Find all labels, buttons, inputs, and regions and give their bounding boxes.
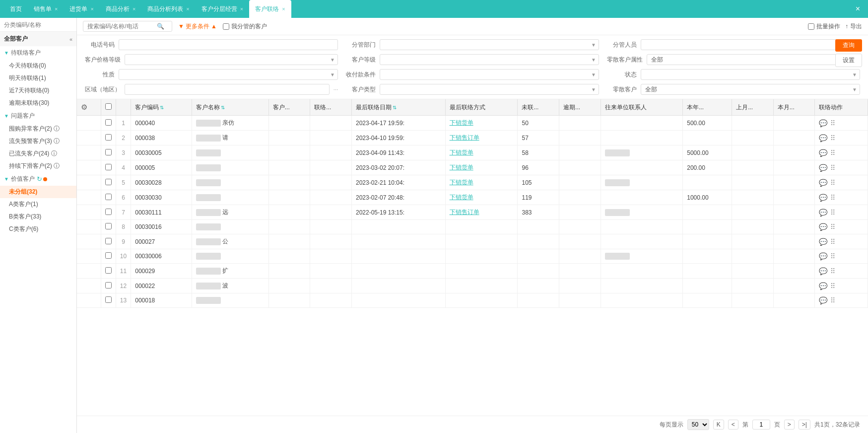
- settings-col-header[interactable]: ⚙: [77, 99, 101, 116]
- check-cell[interactable]: [101, 279, 116, 293]
- chat-icon[interactable]: 💬: [819, 296, 827, 304]
- chat-icon[interactable]: 💬: [819, 179, 827, 187]
- export-button[interactable]: ↑ 导出: [845, 22, 862, 31]
- contact-way-link[interactable]: 下销货单: [450, 149, 473, 156]
- contact-way-link[interactable]: 下销售订单: [450, 134, 479, 141]
- nav-tab-purchase[interactable]: 进货单 ×: [64, 0, 99, 18]
- batch-op-check[interactable]: [808, 23, 814, 30]
- chat-icon[interactable]: 💬: [819, 149, 827, 157]
- grid-icon[interactable]: ⠿: [830, 179, 835, 187]
- row-checkbox[interactable]: [105, 296, 112, 303]
- name-col-header[interactable]: 客户名称⇅: [192, 99, 269, 116]
- grid-icon[interactable]: ⠿: [830, 296, 835, 304]
- refresh-icon[interactable]: ↻: [37, 175, 42, 183]
- row-checkbox[interactable]: [105, 282, 112, 289]
- row-checkbox[interactable]: [105, 119, 112, 126]
- grid-icon[interactable]: ⠿: [830, 267, 835, 275]
- row-checkbox[interactable]: [105, 209, 112, 215]
- sidebar-item-churned[interactable]: 已流失客户(24) ⓘ: [0, 147, 76, 160]
- sidebar-item-hoarding[interactable]: 囤购异常客户(2) ⓘ: [0, 123, 76, 135]
- code-col-header[interactable]: 客户编码⇅: [131, 99, 192, 116]
- sidebar-item-tomorrow[interactable]: 明天待联络(1): [0, 72, 76, 84]
- row-checkbox[interactable]: [105, 267, 112, 274]
- search-input[interactable]: [87, 23, 157, 30]
- contact-way-link[interactable]: 下销货单: [450, 119, 473, 126]
- chat-icon[interactable]: 💬: [819, 164, 827, 172]
- region-more-icon[interactable]: ···: [334, 86, 338, 92]
- contact-way-link[interactable]: 下销货单: [450, 164, 473, 171]
- nav-tab-customer-segment[interactable]: 客户分层经营 ×: [196, 0, 249, 18]
- chat-icon[interactable]: 💬: [819, 119, 827, 127]
- payment-select[interactable]: [380, 69, 599, 80]
- last-date-col-header[interactable]: 最后联络日期⇅: [351, 99, 445, 116]
- check-cell[interactable]: [101, 190, 116, 205]
- check-cell[interactable]: [101, 116, 116, 131]
- chat-icon[interactable]: 💬: [819, 194, 827, 202]
- chat-icon[interactable]: 💬: [819, 238, 827, 246]
- row-checkbox[interactable]: [105, 164, 112, 170]
- page-size-select[interactable]: 50: [687, 419, 709, 430]
- chat-icon[interactable]: 💬: [819, 223, 827, 231]
- contact-way-link[interactable]: 下销售订单: [450, 209, 479, 216]
- person-input[interactable]: [641, 39, 852, 50]
- sidebar-item-class-c[interactable]: C类客户(6): [0, 223, 76, 235]
- chat-icon[interactable]: 💬: [819, 282, 827, 290]
- sidebar-item-churn-warning[interactable]: 流失预警客户(3) ⓘ: [0, 135, 76, 147]
- close-product-analysis-tab-icon[interactable]: ×: [133, 6, 135, 12]
- row-checkbox[interactable]: [105, 252, 112, 259]
- sidebar-item-declining[interactable]: 持续下滑客户(2) ⓘ: [0, 160, 76, 172]
- check-cell[interactable]: [101, 205, 116, 220]
- my-customers-check[interactable]: [223, 23, 229, 30]
- grid-icon[interactable]: ⠿: [830, 209, 835, 216]
- sidebar-search-input[interactable]: [4, 21, 77, 28]
- row-checkbox[interactable]: [105, 194, 112, 200]
- next-page-button[interactable]: >: [784, 420, 795, 430]
- retail-customer-select[interactable]: 全部: [641, 84, 860, 95]
- phone-input[interactable]: [119, 39, 338, 50]
- check-cell[interactable]: [101, 249, 116, 264]
- check-cell[interactable]: [101, 293, 116, 308]
- collapse-sidebar-icon[interactable]: «: [69, 36, 72, 42]
- check-cell[interactable]: [101, 145, 116, 160]
- more-conditions-button[interactable]: ▼ 更多条件 ▲: [178, 22, 217, 31]
- reset-button[interactable]: 设置: [835, 54, 862, 67]
- sidebar-group-problem[interactable]: ▼ 问题客户: [0, 109, 76, 123]
- region-input[interactable]: [125, 84, 330, 95]
- check-cell[interactable]: [101, 175, 116, 190]
- check-cell[interactable]: [101, 160, 116, 175]
- dept-select[interactable]: [380, 39, 599, 50]
- contact-way-link[interactable]: 下销货单: [450, 194, 473, 201]
- row-checkbox[interactable]: [105, 149, 112, 155]
- all-customers-header[interactable]: 全部客户 «: [0, 32, 76, 46]
- sidebar-item-class-b[interactable]: B类客户(33): [0, 211, 76, 223]
- first-page-button[interactable]: K: [713, 420, 724, 430]
- nature-select[interactable]: [119, 69, 338, 80]
- row-checkbox[interactable]: [105, 179, 112, 185]
- row-checkbox[interactable]: [105, 238, 112, 244]
- page-number-input[interactable]: [752, 420, 770, 430]
- close-all-tabs-button[interactable]: ×: [852, 4, 864, 13]
- close-purchase-tab-icon[interactable]: ×: [90, 6, 93, 12]
- grid-icon[interactable]: ⠿: [830, 149, 835, 157]
- nav-tab-home[interactable]: 首页: [4, 0, 28, 18]
- batch-op-button[interactable]: 批量操作: [808, 22, 840, 31]
- sidebar-item-7days[interactable]: 近7天待联络(0): [0, 84, 76, 97]
- nav-tab-customer-contact[interactable]: 客户联络 ×: [249, 0, 291, 18]
- grid-icon[interactable]: ⠿: [830, 282, 835, 290]
- sidebar-item-today[interactable]: 今天待联络(0): [0, 60, 76, 72]
- sidebar-group-value[interactable]: ▼ 价值客户 ↻: [0, 172, 76, 186]
- customer-type-select[interactable]: [380, 84, 599, 95]
- nav-tab-product-analysis-list[interactable]: 商品分析列表 ×: [141, 0, 195, 18]
- chat-icon[interactable]: 💬: [819, 209, 827, 216]
- check-cell[interactable]: [101, 264, 116, 279]
- prev-page-button[interactable]: <: [728, 420, 738, 430]
- nav-tab-product-analysis[interactable]: 商品分析 ×: [100, 0, 141, 18]
- grid-icon[interactable]: ⠿: [830, 134, 835, 142]
- row-checkbox[interactable]: [105, 134, 112, 141]
- price-level-select[interactable]: [125, 54, 338, 65]
- customer-level-select[interactable]: [380, 54, 599, 65]
- grid-icon[interactable]: ⠿: [830, 119, 835, 127]
- check-cell[interactable]: [101, 220, 116, 234]
- grid-icon[interactable]: ⠿: [830, 223, 835, 231]
- row-checkbox[interactable]: [105, 223, 112, 229]
